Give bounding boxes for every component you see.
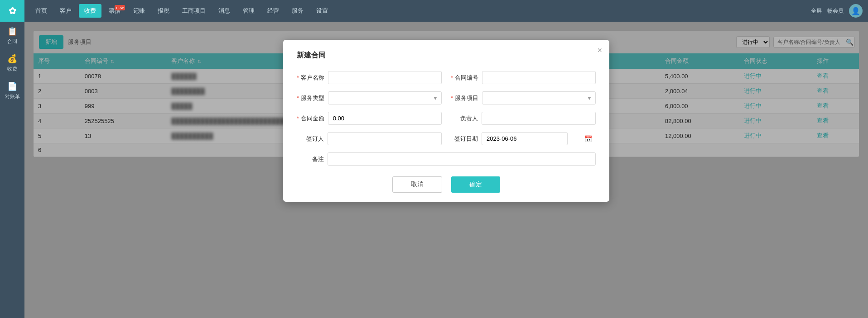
contract-no-input[interactable] bbox=[482, 71, 596, 84]
invoice-badge: new bbox=[115, 5, 125, 10]
form-group-signer: 签订人 bbox=[297, 132, 442, 145]
notes-input[interactable] bbox=[328, 152, 596, 166]
dialog-footer: 取消 确定 bbox=[297, 176, 596, 193]
nav-home[interactable]: 首页 bbox=[30, 4, 53, 18]
form-group-contract-no: 合同编号 bbox=[451, 71, 596, 84]
customer-name-input[interactable] bbox=[328, 71, 442, 84]
signer-input[interactable] bbox=[328, 132, 442, 145]
app-logo: ✿ bbox=[0, 0, 24, 22]
service-item-label: 服务项目 bbox=[451, 94, 478, 102]
form-row-3: 合同金额 负责人 bbox=[297, 112, 596, 125]
nav-message[interactable]: 消息 bbox=[213, 4, 236, 18]
nav-settings[interactable]: 设置 bbox=[311, 4, 333, 18]
sidebar-item-contract[interactable]: 📋 合同 bbox=[0, 22, 24, 49]
fullscreen-button[interactable]: 全屏 bbox=[811, 7, 822, 15]
service-type-select[interactable] bbox=[328, 91, 442, 104]
confirm-button[interactable]: 确定 bbox=[451, 176, 500, 193]
nav-business[interactable]: 工商项目 bbox=[177, 4, 211, 18]
service-item-wrap: ▼ bbox=[482, 91, 596, 104]
form-group-notes: 备注 bbox=[297, 152, 596, 166]
form-group-responsible: 负责人 bbox=[451, 112, 596, 125]
form-group-service-type: 服务类型 ▼ bbox=[297, 91, 442, 104]
content: 新增 服务项目 进行中 已完成 已终止 全部 🔍 序号 bbox=[24, 22, 868, 318]
responsible-label: 负责人 bbox=[451, 114, 478, 123]
sign-date-wrap: 📅 bbox=[482, 132, 596, 145]
nav-tax[interactable]: 报税 bbox=[152, 4, 175, 18]
calendar-icon: 📅 bbox=[584, 135, 592, 142]
billing-icon: 💰 bbox=[7, 54, 17, 64]
sign-date-input[interactable] bbox=[482, 132, 568, 145]
sidebar-item-statement[interactable]: 📄 对账单 bbox=[0, 77, 24, 104]
dialog-close-button[interactable]: × bbox=[597, 46, 602, 54]
statement-icon: 📄 bbox=[7, 81, 17, 91]
modal-overlay: 新建合同 × 客户名称 合同编号 服务类型 bbox=[24, 22, 868, 318]
form-row-1: 客户名称 合同编号 bbox=[297, 71, 596, 84]
dialog-title: 新建合同 bbox=[297, 51, 596, 60]
nav-invoice[interactable]: 票据 new bbox=[103, 4, 126, 18]
sidebar-item-billing-label: 收费 bbox=[7, 66, 17, 72]
form-row-2: 服务类型 ▼ 服务项目 ▼ bbox=[297, 91, 596, 104]
main-area: 首页 客户 收费 票据 new 记账 报税 工商项目 消息 管理 经营 服务 设… bbox=[24, 0, 868, 318]
member-button[interactable]: 畅会员 bbox=[827, 7, 844, 15]
nav-accounting[interactable]: 记账 bbox=[128, 4, 150, 18]
contract-amount-input[interactable] bbox=[328, 112, 442, 125]
service-type-wrap: ▼ bbox=[328, 91, 442, 104]
form-group-amount: 合同金额 bbox=[297, 112, 442, 125]
sidebar-item-billing[interactable]: 💰 收费 bbox=[0, 49, 24, 77]
topnav: 首页 客户 收费 票据 new 记账 报税 工商项目 消息 管理 经营 服务 设… bbox=[24, 0, 868, 22]
signer-label: 签订人 bbox=[297, 135, 324, 143]
notes-label: 备注 bbox=[297, 155, 324, 163]
contract-no-label: 合同编号 bbox=[451, 74, 478, 82]
form-row-4: 签订人 签订日期 📅 bbox=[297, 132, 596, 145]
nav-customer[interactable]: 客户 bbox=[54, 4, 77, 18]
form-group-customer: 客户名称 bbox=[297, 71, 442, 84]
cancel-button[interactable]: 取消 bbox=[392, 176, 442, 193]
contract-icon: 📋 bbox=[7, 26, 17, 36]
sidebar-item-contract-label: 合同 bbox=[7, 38, 17, 45]
nav-operation[interactable]: 经营 bbox=[262, 4, 285, 18]
nav-service[interactable]: 服务 bbox=[286, 4, 309, 18]
nav-billing[interactable]: 收费 bbox=[79, 4, 101, 18]
form-group-service-item: 服务项目 ▼ bbox=[451, 91, 596, 104]
service-item-select[interactable] bbox=[482, 91, 596, 104]
contract-amount-label: 合同金额 bbox=[297, 114, 324, 123]
sidebar-item-statement-label: 对账单 bbox=[5, 93, 20, 100]
customer-name-label: 客户名称 bbox=[297, 74, 324, 82]
avatar[interactable]: 👤 bbox=[849, 4, 863, 18]
nav-management[interactable]: 管理 bbox=[237, 4, 260, 18]
form-row-5: 备注 bbox=[297, 152, 596, 166]
sign-date-label: 签订日期 bbox=[451, 135, 478, 143]
topnav-right: 全屏 畅会员 👤 bbox=[811, 4, 863, 18]
new-contract-dialog: 新建合同 × 客户名称 合同编号 服务类型 bbox=[283, 40, 609, 202]
service-type-label: 服务类型 bbox=[297, 94, 324, 102]
sidebar: ✿ 📋 合同 💰 收费 📄 对账单 bbox=[0, 0, 24, 318]
form-group-sign-date: 签订日期 📅 bbox=[451, 132, 596, 145]
responsible-input[interactable] bbox=[482, 112, 596, 125]
